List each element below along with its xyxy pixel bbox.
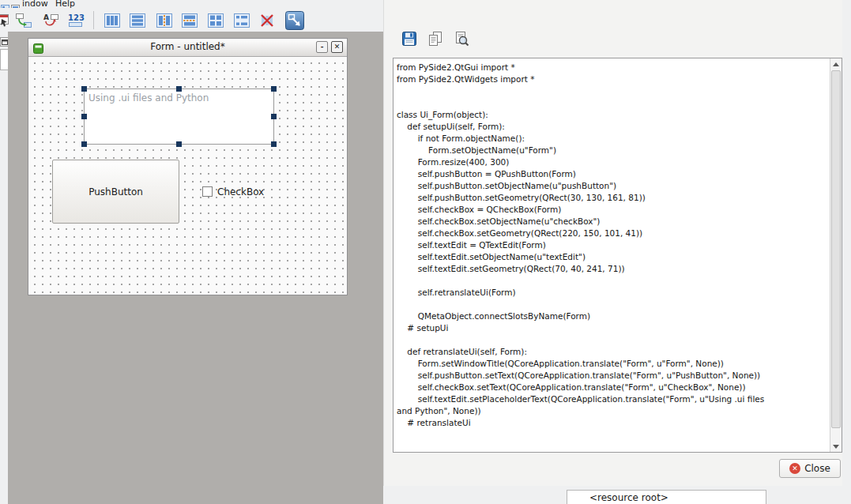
- textedit-widget[interactable]: Using .ui files and Python: [84, 88, 274, 145]
- scroll-down-icon: [833, 445, 839, 449]
- close-button[interactable]: ✕ Close: [779, 459, 841, 478]
- code-line: class Ui_Form(object):: [397, 109, 827, 121]
- code-line: self.retranslateUi(Form): [397, 287, 827, 299]
- layout-horizontal-icon: [104, 12, 121, 29]
- selection-handle-top-mid[interactable]: [176, 86, 182, 92]
- code-line: self.pushButton.setText(QCoreApplication…: [397, 370, 827, 382]
- resource-root-item[interactable]: <resource root>: [567, 490, 766, 504]
- form-titlebar[interactable]: Form - untitled* - ✕: [28, 39, 347, 57]
- toolbar-separator: [93, 11, 94, 29]
- code-preview-dialog: from PySide2.QtGui import *from PySide2.…: [383, 0, 842, 486]
- checkbox-indicator[interactable]: [202, 186, 213, 197]
- code-line: [397, 299, 827, 310]
- edit-signals-slots-button[interactable]: [13, 10, 34, 31]
- code-line: [397, 334, 827, 346]
- edit-buddies-button[interactable]: A: [40, 10, 61, 31]
- menubar-icon-stub-2[interactable]: [11, 0, 20, 8]
- scrollbar-thumb[interactable]: [831, 70, 841, 428]
- code-line: self.checkBox.setObjectName(u"checkBox"): [397, 216, 827, 228]
- code-line: Form.setWindowTitle(QCoreApplication.tra…: [397, 358, 827, 370]
- layout-horizontal-button[interactable]: [102, 10, 122, 31]
- code-line: def setupUi(self, Form):: [397, 121, 827, 133]
- code-line: # retranslateUi: [397, 417, 827, 429]
- code-line: from PySide2.QtWidgets import *: [397, 73, 827, 85]
- code-line: self.textEdit = QTextEdit(Form): [397, 239, 827, 251]
- code-scrollbar[interactable]: [830, 58, 842, 452]
- svg-text:A: A: [43, 13, 49, 21]
- adjust-size-button[interactable]: [284, 9, 306, 32]
- edit-widgets-icon: [0, 12, 11, 29]
- code-text: from PySide2.QtGui import *from PySide2.…: [397, 62, 827, 429]
- selection-handle-mid-right[interactable]: [271, 114, 277, 119]
- pushbutton-label: PushButton: [88, 186, 143, 197]
- menubar-icon-stub-1[interactable]: [1, 0, 9, 8]
- layout-vertical-icon: [129, 12, 146, 29]
- main-toolbar: A 123: [0, 8, 383, 33]
- selection-handle-top-right[interactable]: [271, 86, 277, 92]
- break-layout-button[interactable]: [257, 10, 277, 31]
- scroll-down-button[interactable]: [830, 441, 842, 452]
- edit-widgets-button[interactable]: [0, 10, 13, 31]
- selection-handle-bottom-mid[interactable]: [176, 141, 182, 147]
- dock-float-icon: [2, 39, 8, 45]
- left-dock-strip: [0, 32, 8, 504]
- edit-tab-order-button[interactable]: 123: [66, 10, 86, 31]
- bottom-panel: <resource root>: [383, 486, 851, 504]
- edit-tab-order-icon: 123: [66, 12, 85, 29]
- code-line: def retranslateUi(self, Form):: [397, 346, 827, 358]
- pushbutton-widget[interactable]: PushButton: [52, 160, 179, 224]
- edit-buddies-icon: A: [42, 12, 59, 29]
- code-line: self.pushButton.setGeometry(QRect(30, 13…: [397, 192, 827, 204]
- selection-handle-bottom-right[interactable]: [271, 141, 277, 147]
- layout-grid-button[interactable]: [205, 10, 226, 31]
- selection-handle-bottom-left[interactable]: [81, 141, 87, 147]
- scroll-up-button[interactable]: [830, 58, 842, 70]
- code-line: self.textEdit.setGeometry(QRect(70, 40, …: [397, 263, 827, 275]
- layout-grid-icon: [207, 12, 224, 29]
- form-window-title: Form - untitled*: [28, 41, 347, 52]
- code-line: self.pushButton = QPushButton(Form): [397, 168, 827, 180]
- layout-form-button[interactable]: [232, 10, 252, 31]
- find-icon: [453, 30, 470, 47]
- layout-horizontal-splitter-button[interactable]: [154, 10, 175, 31]
- code-line: Form.resize(400, 300): [397, 156, 827, 168]
- svg-text:123: 123: [68, 13, 85, 22]
- selection-handle-mid-left[interactable]: [81, 114, 87, 119]
- code-line: self.checkBox.setGeometry(QRect(220, 150…: [397, 228, 827, 239]
- code-line: # setupUi: [397, 322, 827, 334]
- find-button[interactable]: [451, 28, 472, 49]
- layout-form-icon: [233, 12, 250, 29]
- copy-button[interactable]: [425, 28, 446, 49]
- menu-item-help[interactable]: Help: [55, 0, 75, 8]
- code-line: if not Form.objectName():: [397, 133, 827, 145]
- close-button-icon: ✕: [789, 463, 800, 474]
- code-line: [397, 275, 827, 287]
- copy-icon: [427, 30, 444, 47]
- checkbox-widget[interactable]: CheckBox: [202, 175, 282, 208]
- close-button-label: Close: [804, 463, 830, 474]
- code-line: self.textEdit.setObjectName(u"textEdit"): [397, 251, 827, 263]
- qt-designer-screen: indow Help A: [0, 0, 851, 504]
- close-window-button[interactable]: ✕: [331, 41, 343, 53]
- adjust-size-icon: [284, 10, 305, 31]
- form-canvas[interactable]: Using .ui files and Python PushButton Ch…: [28, 57, 347, 295]
- layout-vertical-splitter-button[interactable]: [179, 10, 200, 31]
- code-line: from PySide2.QtGui import *: [397, 62, 827, 73]
- mdi-area: Form - untitled* - ✕ Using .ui files and…: [8, 32, 383, 504]
- minimize-button[interactable]: -: [316, 41, 328, 53]
- checkbox-label: CheckBox: [217, 186, 264, 197]
- code-line: Form.setObjectName(u"Form"): [397, 145, 827, 156]
- code-line: self.pushButton.setObjectName(u"pushButt…: [397, 180, 827, 192]
- edit-signals-slots-icon: [15, 12, 32, 29]
- code-text-area[interactable]: from PySide2.QtGui import *from PySide2.…: [393, 58, 842, 453]
- selection-handle-top-left[interactable]: [81, 86, 87, 92]
- code-line: [397, 97, 827, 109]
- save-button[interactable]: [399, 28, 420, 49]
- save-icon: [401, 30, 418, 47]
- code-line: self.checkBox.setText(QCoreApplication.t…: [397, 382, 827, 393]
- layout-vertical-splitter-icon: [181, 12, 198, 29]
- layout-vertical-button[interactable]: [127, 10, 148, 31]
- code-line: [397, 85, 827, 97]
- menu-item-window[interactable]: indow: [22, 0, 48, 8]
- code-line: QMetaObject.connectSlotsByName(Form): [397, 310, 827, 322]
